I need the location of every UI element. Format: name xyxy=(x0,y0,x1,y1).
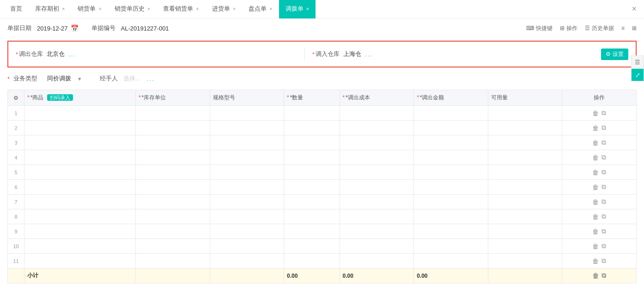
calendar-icon[interactable]: 📅 xyxy=(71,24,79,32)
row-amount-10[interactable] xyxy=(414,239,488,254)
date-value[interactable]: 2019-12-27 xyxy=(37,25,68,32)
out-warehouse-value[interactable]: 北京仓 xyxy=(47,50,65,58)
row-qty-9[interactable] xyxy=(284,224,340,239)
row-avail-9[interactable] xyxy=(488,224,562,239)
tab-stocktake[interactable]: 盘点单 × xyxy=(242,0,279,18)
tab-view-sales[interactable]: 查看销货单 × xyxy=(157,0,205,18)
delete-row-icon-3[interactable]: 🗑 xyxy=(592,139,599,146)
person-select-btn[interactable]: 选择... xyxy=(123,74,140,83)
row-qty-10[interactable] xyxy=(284,239,340,254)
business-type-dropdown-icon[interactable]: ▾ xyxy=(78,75,81,82)
in-warehouse-value[interactable]: 上海仓 xyxy=(343,50,361,58)
row-avail-2[interactable] xyxy=(488,121,562,135)
row-qty-3[interactable] xyxy=(284,135,340,150)
tab-inventory-init[interactable]: 库存期初 × xyxy=(29,0,71,18)
tab-close-transfer[interactable]: × xyxy=(306,6,309,12)
delete-row-icon-4[interactable]: 🗑 xyxy=(592,154,599,161)
row-amount-4[interactable] xyxy=(414,150,488,165)
row-unit-1[interactable] xyxy=(135,106,210,121)
row-amount-3[interactable] xyxy=(414,135,488,150)
row-cost-8[interactable] xyxy=(340,209,414,224)
row-product-6[interactable] xyxy=(24,180,136,195)
row-product-8[interactable] xyxy=(24,209,136,224)
out-warehouse-more-btn[interactable]: ... xyxy=(68,51,76,58)
row-cost-4[interactable] xyxy=(340,150,414,165)
row-unit-9[interactable] xyxy=(135,224,210,239)
tab-close-stocktake[interactable]: × xyxy=(269,6,272,12)
row-product-9[interactable] xyxy=(24,224,136,239)
sidebar-expand-icon-btn[interactable]: ⤢ xyxy=(631,68,644,81)
row-qty-2[interactable] xyxy=(284,121,340,135)
th-settings[interactable]: ⚙ xyxy=(8,90,24,106)
tab-close-inventory-init[interactable]: × xyxy=(62,6,65,12)
row-avail-11[interactable] xyxy=(488,254,562,269)
row-cost-3[interactable] xyxy=(340,135,414,150)
layout1-btn[interactable]: ≡ xyxy=(621,25,625,31)
delete-subtotal-icon[interactable]: 🗑 xyxy=(592,272,599,280)
row-avail-5[interactable] xyxy=(488,165,562,180)
delete-row-icon-10[interactable]: 🗑 xyxy=(592,243,599,250)
copy-row-icon-4[interactable]: ⧉ xyxy=(601,153,606,161)
row-amount-6[interactable] xyxy=(414,180,488,195)
tab-home[interactable]: 首页 xyxy=(4,0,29,18)
copy-row-icon-2[interactable]: ⧉ xyxy=(601,124,606,132)
copy-row-icon-5[interactable]: ⧉ xyxy=(601,168,606,176)
row-avail-8[interactable] xyxy=(488,209,562,224)
row-spec-6[interactable] xyxy=(210,180,284,195)
delete-row-icon-11[interactable]: 🗑 xyxy=(592,257,599,265)
copy-row-icon-1[interactable]: ⧉ xyxy=(601,109,606,117)
row-amount-11[interactable] xyxy=(414,254,488,269)
row-cost-7[interactable] xyxy=(340,195,414,209)
row-unit-10[interactable] xyxy=(135,239,210,254)
copy-row-icon-8[interactable]: ⧉ xyxy=(601,213,606,220)
layout2-btn[interactable]: ⊞ xyxy=(632,25,637,31)
row-unit-4[interactable] xyxy=(135,150,210,165)
row-qty-7[interactable] xyxy=(284,195,340,209)
row-qty-1[interactable] xyxy=(284,106,340,121)
row-spec-5[interactable] xyxy=(210,165,284,180)
tab-purchase[interactable]: 进货单 × xyxy=(206,0,242,18)
sidebar-doc-icon-btn[interactable]: ☰ xyxy=(631,55,644,68)
delete-row-icon-9[interactable]: 🗑 xyxy=(592,228,599,235)
tab-sales-history[interactable]: 销货单历史 × xyxy=(108,0,157,18)
delete-row-icon-6[interactable]: 🗑 xyxy=(592,183,599,191)
copy-row-icon-6[interactable]: ⧉ xyxy=(601,183,606,191)
row-spec-1[interactable] xyxy=(210,106,284,121)
tab-sales-order[interactable]: 销货单 × xyxy=(71,0,108,18)
tab-close-purchase[interactable]: × xyxy=(233,6,236,12)
business-type-value[interactable]: 同价调拨 xyxy=(43,72,75,85)
tab-close-view-sales[interactable]: × xyxy=(196,6,199,12)
row-cost-10[interactable] xyxy=(340,239,414,254)
row-spec-8[interactable] xyxy=(210,209,284,224)
delete-row-icon-1[interactable]: 🗑 xyxy=(592,110,599,117)
row-unit-11[interactable] xyxy=(135,254,210,269)
row-unit-3[interactable] xyxy=(135,135,210,150)
copy-row-icon-11[interactable]: ⧉ xyxy=(601,257,606,265)
row-amount-5[interactable] xyxy=(414,165,488,180)
copy-row-icon-7[interactable]: ⧉ xyxy=(601,198,606,206)
row-spec-9[interactable] xyxy=(210,224,284,239)
row-avail-10[interactable] xyxy=(488,239,562,254)
row-avail-6[interactable] xyxy=(488,180,562,195)
tab-close-sales-history[interactable]: × xyxy=(147,6,150,12)
row-qty-5[interactable] xyxy=(284,165,340,180)
row-unit-7[interactable] xyxy=(135,195,210,209)
row-cost-5[interactable] xyxy=(340,165,414,180)
delete-row-icon-7[interactable]: 🗑 xyxy=(592,198,599,206)
tab-transfer[interactable]: 调拨单 × xyxy=(279,0,316,18)
row-spec-7[interactable] xyxy=(210,195,284,209)
row-product-2[interactable] xyxy=(24,121,136,135)
in-warehouse-more-btn[interactable]: ... xyxy=(365,51,373,58)
copy-subtotal-icon[interactable]: ⧉ xyxy=(601,272,606,280)
row-avail-7[interactable] xyxy=(488,195,562,209)
row-product-3[interactable] xyxy=(24,135,136,150)
settings-button[interactable]: ⚙ 设置 xyxy=(601,49,628,60)
tab-close-sales-order[interactable]: × xyxy=(98,6,101,12)
copy-row-icon-10[interactable]: ⧉ xyxy=(601,242,606,250)
row-product-11[interactable] xyxy=(24,254,136,269)
row-cost-2[interactable] xyxy=(340,121,414,135)
row-spec-11[interactable] xyxy=(210,254,284,269)
row-spec-4[interactable] xyxy=(210,150,284,165)
row-cost-1[interactable] xyxy=(340,106,414,121)
delete-row-icon-8[interactable]: 🗑 xyxy=(592,213,599,220)
